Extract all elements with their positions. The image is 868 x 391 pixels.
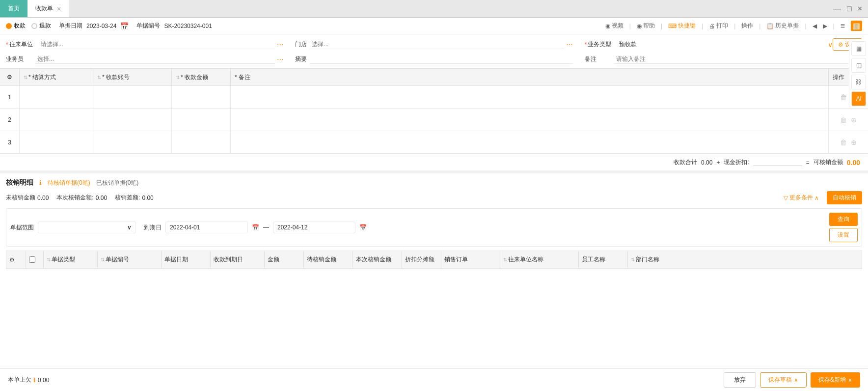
query-button[interactable]: 查询 bbox=[829, 213, 858, 226]
settings-gear-icon: ⚙ bbox=[838, 41, 843, 48]
discount-input[interactable] bbox=[753, 159, 802, 166]
history-btn[interactable]: 📋 历史单据 bbox=[766, 22, 799, 30]
range-label: 单据范围 bbox=[10, 223, 34, 232]
td-account-2[interactable] bbox=[93, 109, 172, 131]
view-grid-icon[interactable]: ▦ bbox=[851, 21, 862, 31]
bth-checkbox[interactable] bbox=[26, 251, 44, 268]
bth-gear[interactable]: ⚙ bbox=[6, 251, 26, 268]
doc-date-calendar-icon[interactable]: 📅 bbox=[120, 22, 129, 30]
done-tab[interactable]: 已核销单据(0笔) bbox=[96, 179, 139, 187]
doc-date-value: 2023-03-24 bbox=[86, 23, 116, 29]
delete-icon-2[interactable]: 🗑 bbox=[840, 116, 847, 124]
doc-date-field: 单据日期 2023-03-24 📅 bbox=[59, 22, 129, 30]
tab-close-icon[interactable]: × bbox=[57, 5, 61, 13]
more-conditions-label: 更多条件 bbox=[789, 194, 813, 202]
bth-sort-1: ⇅ bbox=[47, 257, 51, 262]
filter-settings-button[interactable]: 设置 bbox=[829, 228, 858, 242]
sidebar-table-icon[interactable]: ▦ bbox=[851, 41, 866, 56]
th-amount: ⇅ * 收款金额 bbox=[172, 69, 231, 85]
radio-shouquan[interactable]: 收款 bbox=[6, 22, 26, 30]
remark-input[interactable] bbox=[614, 55, 862, 64]
due-date-filter: 到期日 📅 — 📅 bbox=[144, 222, 367, 233]
shortcut-btn[interactable]: ⌨ 快捷键 bbox=[668, 22, 696, 30]
sort-icon-2: ⇅ bbox=[97, 75, 101, 80]
salesperson-more-icon[interactable]: ··· bbox=[277, 55, 283, 64]
filter-icon: ▽ bbox=[784, 195, 788, 201]
td-amount-2[interactable] bbox=[172, 109, 231, 131]
td-account-3[interactable] bbox=[93, 131, 172, 153]
filter-row: 单据范围 ∨ 到期日 📅 — 📅 查询 设置 bbox=[6, 208, 862, 247]
minimize-icon[interactable]: — bbox=[831, 3, 843, 14]
select-all-checkbox[interactable] bbox=[29, 256, 35, 263]
video-icon: ◉ bbox=[605, 23, 610, 29]
copy-icon-2[interactable]: ⊕ bbox=[851, 116, 857, 124]
radio-tuikuan-label: 退款 bbox=[39, 22, 51, 30]
bth-doc-type-label: 单据类型 bbox=[52, 255, 75, 264]
tab-bar: 首页 收款单 × — □ × bbox=[0, 0, 868, 18]
delete-icon-3[interactable]: 🗑 bbox=[840, 139, 847, 146]
td-remark-3[interactable] bbox=[231, 131, 829, 153]
operation-btn[interactable]: 操作 bbox=[741, 22, 753, 30]
td-settlement-1[interactable] bbox=[20, 86, 93, 108]
td-amount-1[interactable] bbox=[172, 86, 231, 108]
total-value: 0.00 bbox=[701, 159, 712, 166]
row-num-2: 2 bbox=[8, 116, 11, 123]
restore-icon[interactable]: □ bbox=[845, 3, 854, 14]
print-btn[interactable]: 🖨 打印 bbox=[709, 22, 728, 30]
sidebar-ai-icon[interactable]: Ai bbox=[851, 91, 866, 106]
range-select[interactable]: ∨ bbox=[38, 222, 136, 233]
salesperson-input[interactable] bbox=[35, 55, 275, 64]
td-remark-1[interactable] bbox=[231, 86, 829, 108]
td-settlement-2[interactable] bbox=[20, 109, 93, 131]
tab-home[interactable]: 首页 bbox=[0, 0, 27, 17]
date-from-input[interactable] bbox=[165, 222, 248, 233]
th-gear[interactable]: ⚙ bbox=[0, 69, 20, 85]
save-new-arrow-icon: ∧ bbox=[848, 377, 852, 384]
store-more-icon[interactable]: ··· bbox=[566, 40, 572, 49]
plus-sign: + bbox=[716, 159, 720, 166]
td-settlement-3[interactable] bbox=[20, 131, 93, 153]
sidebar-doc-icon[interactable]: ◫ bbox=[851, 58, 866, 73]
table-row: 2 🗑 ⊕ bbox=[0, 109, 868, 131]
auto-reconcile-button[interactable]: 自动核销 bbox=[827, 191, 862, 204]
tab-active[interactable]: 收款单 × bbox=[27, 0, 69, 17]
discard-button[interactable]: 放弃 bbox=[724, 372, 756, 388]
counterparty-input[interactable] bbox=[39, 40, 275, 49]
video-label: 视频 bbox=[612, 22, 624, 30]
save-draft-button[interactable]: 保存草稿 ∧ bbox=[760, 372, 807, 388]
date-cal-icon-1[interactable]: 📅 bbox=[252, 224, 259, 231]
td-amount-3[interactable] bbox=[172, 131, 231, 153]
bth-doc-type: ⇅ 单据类型 bbox=[44, 251, 98, 268]
td-row-num-2: 2 bbox=[0, 109, 20, 131]
td-action-2: 🗑 ⊕ bbox=[829, 109, 868, 131]
date-to-input[interactable] bbox=[273, 222, 355, 233]
help-btn[interactable]: ◉ 帮助 bbox=[637, 22, 655, 30]
delete-icon-1[interactable]: 🗑 bbox=[840, 93, 847, 101]
nav-prev-icon[interactable]: ◀ bbox=[813, 23, 817, 29]
date-cal-icon-2[interactable]: 📅 bbox=[359, 224, 367, 231]
reconcile-info-icon[interactable]: ℹ bbox=[39, 179, 42, 186]
video-btn[interactable]: ◉ 视频 bbox=[605, 22, 624, 30]
td-account-1[interactable] bbox=[93, 86, 172, 108]
pending-tab[interactable]: 待核销单据(0笔) bbox=[48, 179, 90, 187]
save-new-button[interactable]: 保存&新增 ∧ bbox=[811, 372, 860, 388]
close-icon[interactable]: × bbox=[856, 3, 864, 14]
radio-tuikuan[interactable]: 退款 bbox=[31, 22, 51, 30]
bottom-info-icon[interactable]: ℹ bbox=[33, 377, 36, 384]
biz-type-dropdown-icon[interactable]: ∨ bbox=[828, 41, 833, 49]
nav-next-icon[interactable]: ▶ bbox=[823, 23, 827, 29]
sidebar-link-icon[interactable]: ⛓ bbox=[851, 75, 866, 89]
th-account: ⇅ * 收款账号 bbox=[93, 69, 172, 85]
diff-stat: 核销差额: 0.00 bbox=[115, 194, 154, 202]
copy-icon-3[interactable]: ⊕ bbox=[851, 139, 857, 146]
td-remark-2[interactable] bbox=[231, 109, 829, 131]
bth-dept-label: 部门名称 bbox=[636, 255, 659, 264]
th-settlement: ⇅ * 结算方式 bbox=[20, 69, 93, 85]
more-conditions-btn[interactable]: ▽ 更多条件 ∧ bbox=[784, 194, 819, 202]
summary-input[interactable] bbox=[310, 55, 572, 64]
view-list-icon[interactable]: ≡ bbox=[841, 22, 845, 30]
counterparty-more-icon[interactable]: ··· bbox=[277, 40, 283, 49]
store-input[interactable] bbox=[310, 40, 564, 49]
bth-counterparty-label: 往来单位名称 bbox=[508, 255, 543, 264]
salesperson-label: 业务员 bbox=[6, 55, 35, 63]
